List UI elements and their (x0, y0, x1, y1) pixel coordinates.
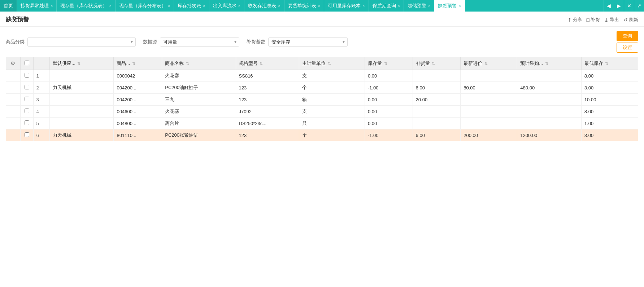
select-all-checkbox[interactable] (25, 61, 29, 65)
unit-column-header[interactable]: 主计量单位 ⇅ (299, 57, 365, 70)
share-button[interactable]: ⤒ 分享 (567, 17, 582, 23)
tab-close-icon-4[interactable]: × (203, 4, 205, 8)
tab-close-icon-3[interactable]: × (168, 4, 170, 8)
row-product-code-2: 004200... (114, 94, 162, 106)
nav-tab-11[interactable]: 缺货预警 × (434, 0, 465, 12)
table-container: ⚙ 默认供应... ⇅ 商品... ⇅ 商品名称 ⇅ (0, 57, 644, 141)
tab-close-icon-1[interactable]: × (51, 4, 53, 8)
row-checkbox-4[interactable] (25, 120, 29, 125)
row-product-code-3: 004600... (114, 106, 162, 118)
latest-price-sort-icon: ⇅ (484, 61, 488, 66)
row-spec-1: 123 (236, 82, 299, 94)
category-select-wrapper (27, 37, 136, 47)
nav-tab-8[interactable]: 可用量库存账本 × (324, 0, 369, 12)
tab-close-icon-6[interactable]: × (278, 4, 280, 8)
supplier-column-header[interactable]: 默认供应... ⇅ (50, 57, 114, 70)
filter-bar: 商品分类 数据源 可用量 补货基数 安全库存 (0, 27, 644, 57)
tab-close-icon-9[interactable]: × (398, 4, 400, 8)
row-gear-2 (6, 94, 20, 106)
datasource-select[interactable]: 可用量 (160, 37, 239, 47)
tab-close-icon-10[interactable]: × (428, 4, 430, 8)
row-checkbox-5[interactable] (25, 132, 29, 137)
nav-tab-5[interactable]: 出入库流水 × (209, 0, 244, 12)
page-title: 缺货预警 (6, 16, 29, 23)
replenish-button[interactable]: □ 补货 (587, 17, 600, 23)
row-supplier-3 (50, 106, 114, 118)
product-name-column-header[interactable]: 商品名称 ⇅ (162, 57, 236, 70)
row-replenish-2: 20.00 (413, 94, 461, 106)
refresh-button[interactable]: ↺ 刷新 (623, 17, 638, 23)
replenish-icon: □ (587, 17, 589, 23)
tab-close-icon-5[interactable]: × (238, 4, 240, 8)
tab-close-icon-11[interactable]: × (458, 4, 461, 8)
settings-column-header[interactable]: ⚙ (6, 57, 20, 70)
num-column-header (33, 57, 50, 70)
row-est-purchase-1: 480.00 (517, 82, 581, 94)
nav-next-button[interactable]: ▶ (614, 0, 624, 12)
latest-price-column-header[interactable]: 最新进价 ⇅ (461, 57, 517, 70)
row-latest-price-4 (461, 118, 517, 129)
data-table: ⚙ 默认供应... ⇅ 商品... ⇅ 商品名称 ⇅ (6, 57, 638, 141)
row-num-2: 3 (33, 94, 50, 106)
row-product-code-4: 004800... (114, 118, 162, 129)
replenish-base-select[interactable]: 安全库存 (268, 37, 348, 47)
nav-controls: ◀ ▶ ✕ ⤢ (604, 0, 644, 12)
row-product-code-0: 0000042 (114, 70, 162, 82)
datasource-filter-label: 数据源 (143, 39, 157, 45)
nav-tab-7[interactable]: 要货单统计表 × (284, 0, 324, 12)
nav-tab-6[interactable]: 收发存汇总表 × (244, 0, 284, 12)
datasource-filter-group: 数据源 可用量 (143, 37, 239, 47)
product-code-sort-icon: ⇅ (132, 61, 135, 66)
row-checkbox-cell-2 (20, 94, 33, 106)
row-product-name-2: 三九 (162, 94, 236, 106)
product-code-column-header[interactable]: 商品... ⇅ (114, 57, 162, 70)
replenish-column-header[interactable]: 补货量 ⇅ (413, 57, 461, 70)
row-stock-2: 0.00 (365, 94, 413, 106)
nav-tab-2[interactable]: 现存量（库存状况表） × (57, 0, 115, 12)
tab-close-icon-7[interactable]: × (318, 4, 320, 8)
nav-expand-button[interactable]: ⤢ (634, 0, 644, 12)
row-unit-5: 个 (299, 129, 365, 141)
row-spec-5: 123 (236, 129, 299, 141)
row-product-code-1: 004200... (114, 82, 162, 94)
row-spec-2: 123 (236, 94, 299, 106)
spec-sort-icon: ⇅ (260, 61, 263, 66)
row-checkbox-1[interactable] (25, 85, 29, 89)
product-code-column-label: 商品... (117, 61, 130, 66)
row-replenish-0 (413, 70, 461, 82)
row-est-purchase-2 (517, 94, 581, 106)
nav-tab-4[interactable]: 库存批次账 × (174, 0, 209, 12)
table-row: 5 004800... 离合片 DS250*23c... 只 0.00 1.00 (6, 118, 638, 129)
min-stock-column-header[interactable]: 最低库存 ⇅ (581, 57, 638, 70)
est-purchase-column-header[interactable]: 预计采购... ⇅ (517, 57, 581, 70)
nav-tab-0[interactable]: 首页 (0, 0, 17, 12)
product-name-column-label: 商品名称 (165, 61, 184, 66)
stock-column-header[interactable]: 库存量 ⇅ (365, 57, 413, 70)
row-min-stock-0: 8.00 (581, 70, 638, 82)
nav-tab-9[interactable]: 保质期查询 × (369, 0, 404, 12)
nav-close-all-button[interactable]: ✕ (624, 0, 634, 12)
row-checkbox-cell-0 (20, 70, 33, 82)
nav-prev-button[interactable]: ◀ (604, 0, 614, 12)
query-button[interactable]: 查询 (617, 31, 638, 41)
row-checkbox-cell-5 (20, 129, 33, 141)
row-spec-4: DS250*23c... (236, 118, 299, 129)
row-checkbox-0[interactable] (25, 73, 29, 78)
nav-tab-10[interactable]: 超储预警 × (404, 0, 434, 12)
nav-tab-1[interactable]: 拣货异常处理 × (17, 0, 57, 12)
row-est-purchase-5: 1200.00 (517, 129, 581, 141)
tab-close-icon-8[interactable]: × (362, 4, 365, 8)
tab-close-icon-2[interactable]: × (109, 4, 111, 8)
spec-column-header[interactable]: 规格型号 ⇅ (236, 57, 299, 70)
row-gear-1 (6, 82, 20, 94)
export-button[interactable]: ⤓ 导出 (604, 17, 619, 23)
row-num-1: 2 (33, 82, 50, 94)
settings-button[interactable]: 设置 (617, 43, 638, 53)
row-checkbox-2[interactable] (25, 97, 29, 101)
row-num-0: 1 (33, 70, 50, 82)
min-stock-column-label: 最低库存 (584, 61, 603, 66)
category-select[interactable] (27, 37, 136, 47)
nav-tab-3[interactable]: 现存量（库存分布表） × (116, 0, 174, 12)
row-checkbox-3[interactable] (25, 109, 29, 113)
row-gear-0 (6, 70, 20, 82)
